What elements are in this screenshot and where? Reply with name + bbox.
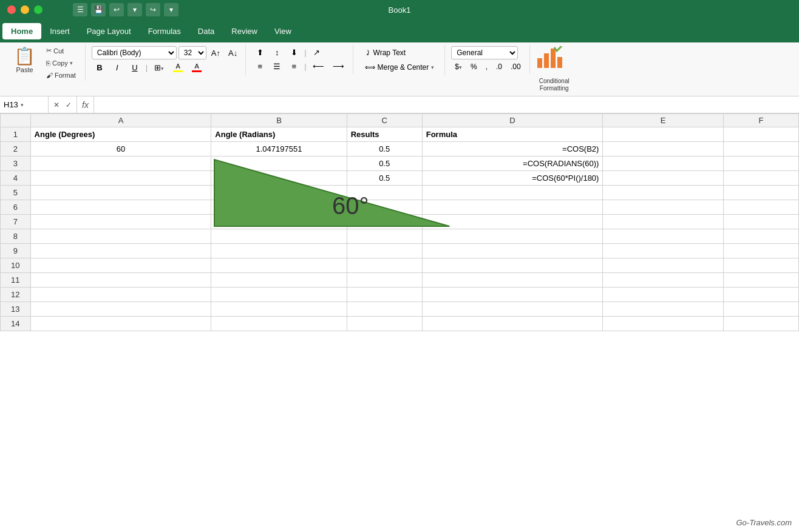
col-header-D[interactable]: D: [422, 114, 603, 127]
cell-12-3[interactable]: [347, 288, 422, 302]
row-header-4[interactable]: 4: [1, 171, 31, 186]
cell-2-4[interactable]: =COS(B2): [422, 142, 603, 157]
cell-4-3[interactable]: 0.5: [347, 171, 422, 186]
align-middle-button[interactable]: ↕: [269, 46, 285, 59]
cell-7-2[interactable]: [211, 215, 347, 229]
customize-button[interactable]: ▾: [164, 3, 178, 16]
cell-6-4[interactable]: [422, 200, 603, 215]
paste-button[interactable]: 📋 Paste: [10, 45, 39, 81]
cell-12-1[interactable]: [30, 288, 211, 302]
cell-6-3[interactable]: [347, 200, 422, 215]
cell-6-5[interactable]: [603, 200, 723, 215]
row-header-11[interactable]: 11: [1, 273, 31, 288]
cell-12-4[interactable]: [422, 288, 603, 302]
align-right-button[interactable]: ≡: [286, 60, 302, 73]
cell-8-6[interactable]: [723, 229, 798, 244]
cell-ref-dropdown-icon[interactable]: ▾: [21, 102, 24, 108]
col-header-C[interactable]: C: [347, 114, 422, 127]
cell-12-5[interactable]: [603, 288, 723, 302]
cell-2-2[interactable]: 1.047197551: [211, 142, 347, 157]
row-header-5[interactable]: 5: [1, 186, 31, 200]
orientation-button[interactable]: ↗: [309, 46, 325, 59]
number-format-select[interactable]: General: [451, 46, 518, 59]
cell-12-6[interactable]: [723, 288, 798, 302]
font-color-button[interactable]: A: [188, 61, 205, 74]
cell-2-3[interactable]: 0.5: [347, 142, 422, 157]
cell-1-1[interactable]: Angle (Degrees): [30, 127, 211, 142]
cell-6-6[interactable]: [723, 200, 798, 215]
maximize-button[interactable]: [34, 5, 42, 14]
col-header-E[interactable]: E: [603, 114, 723, 127]
confirm-formula-button[interactable]: ✓: [63, 99, 74, 110]
copy-button[interactable]: ⎘ Copy ▾: [42, 58, 80, 69]
row-header-10[interactable]: 10: [1, 258, 31, 273]
cell-11-2[interactable]: [211, 273, 347, 288]
cell-13-6[interactable]: [723, 302, 798, 317]
cell-3-6[interactable]: [723, 157, 798, 171]
cell-8-1[interactable]: [30, 229, 211, 244]
row-header-8[interactable]: 8: [1, 229, 31, 244]
cell-14-5[interactable]: [603, 317, 723, 331]
cut-button[interactable]: ✂ Cut: [42, 45, 80, 56]
cell-reference-box[interactable]: H13 ▾: [0, 96, 49, 113]
cell-5-4[interactable]: [422, 186, 603, 200]
cell-13-1[interactable]: [30, 302, 211, 317]
save-button[interactable]: 💾: [91, 3, 106, 16]
row-header-13[interactable]: 13: [1, 302, 31, 317]
cell-14-6[interactable]: [723, 317, 798, 331]
italic-button[interactable]: I: [109, 61, 125, 74]
row-header-7[interactable]: 7: [1, 215, 31, 229]
align-top-button[interactable]: ⬆: [252, 46, 268, 59]
cell-7-1[interactable]: [30, 215, 211, 229]
increase-indent-button[interactable]: ⟶: [329, 60, 348, 73]
align-center-button[interactable]: ☰: [269, 60, 285, 73]
cell-4-6[interactable]: [723, 171, 798, 186]
cell-11-4[interactable]: [422, 273, 603, 288]
cell-3-2[interactable]: [211, 157, 347, 171]
percent-button[interactable]: %: [467, 61, 481, 73]
menu-item-review[interactable]: Review: [223, 23, 266, 39]
cell-3-3[interactable]: 0.5: [347, 157, 422, 171]
underline-button[interactable]: U: [127, 61, 143, 74]
cell-5-2[interactable]: [211, 186, 347, 200]
cancel-formula-button[interactable]: ✕: [51, 99, 62, 110]
cell-5-3[interactable]: [347, 186, 422, 200]
cell-8-3[interactable]: [347, 229, 422, 244]
cell-2-5[interactable]: [603, 142, 723, 157]
formula-input[interactable]: [94, 100, 799, 109]
format-painter-button[interactable]: 🖌 Format: [42, 70, 80, 81]
cell-11-1[interactable]: [30, 273, 211, 288]
cell-10-5[interactable]: [603, 258, 723, 273]
fill-color-button[interactable]: A: [169, 61, 186, 74]
row-header-14[interactable]: 14: [1, 317, 31, 331]
cell-13-2[interactable]: [211, 302, 347, 317]
align-bottom-button[interactable]: ⬇: [286, 46, 302, 59]
font-size-select[interactable]: 32: [178, 46, 206, 59]
borders-button[interactable]: ⊞▾: [151, 61, 168, 74]
row-header-3[interactable]: 3: [1, 157, 31, 171]
currency-button[interactable]: $▾: [451, 61, 466, 73]
cell-9-5[interactable]: [603, 244, 723, 258]
row-header-2[interactable]: 2: [1, 142, 31, 157]
corner-cell[interactable]: [1, 114, 31, 127]
col-header-B[interactable]: B: [211, 114, 347, 127]
wrap-text-button[interactable]: ⤸ Wrap Text: [359, 46, 440, 59]
cell-10-6[interactable]: [723, 258, 798, 273]
menu-item-home[interactable]: Home: [2, 23, 41, 39]
cell-13-4[interactable]: [422, 302, 603, 317]
cell-9-4[interactable]: [422, 244, 603, 258]
cell-8-5[interactable]: [603, 229, 723, 244]
cell-13-3[interactable]: [347, 302, 422, 317]
sidebar-toggle-button[interactable]: ☰: [73, 3, 87, 16]
decrease-decimal-button[interactable]: .0: [492, 61, 506, 73]
cell-7-5[interactable]: [603, 215, 723, 229]
align-left-button[interactable]: ≡: [252, 60, 268, 73]
comma-button[interactable]: ,: [482, 61, 491, 73]
cell-1-4[interactable]: Formula: [422, 127, 603, 142]
minimize-button[interactable]: [21, 5, 29, 14]
cell-9-6[interactable]: [723, 244, 798, 258]
cell-4-1[interactable]: [30, 171, 211, 186]
cell-10-1[interactable]: [30, 258, 211, 273]
menu-item-formulas[interactable]: Formulas: [140, 23, 189, 39]
cell-9-1[interactable]: [30, 244, 211, 258]
